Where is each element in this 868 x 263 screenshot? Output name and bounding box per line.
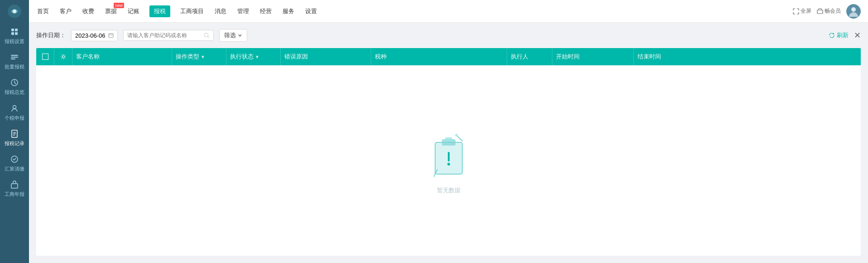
svg-point-32 [447, 163, 450, 166]
sort-icon-exec[interactable]: ▼ [255, 54, 259, 59]
sidebar-label-geshuishenbao: 个税申报 [5, 115, 24, 121]
geshuishenbao-icon [9, 103, 20, 114]
svg-point-10 [13, 105, 16, 108]
sidebar-label-baoshuijilu: 报税记录 [5, 141, 24, 146]
sidebar-item-baoshuizonglan[interactable]: 报税总览 [0, 73, 29, 99]
select-all-checkbox[interactable] [42, 54, 48, 60]
th-operation-type: 操作类型 ▼ [172, 48, 226, 65]
close-button[interactable]: ✕ [854, 31, 861, 39]
nav-shoufei[interactable]: 收费 [82, 5, 95, 17]
sort-icon-operation[interactable]: ▼ [201, 54, 205, 59]
svg-line-25 [207, 36, 209, 38]
empty-illustration [422, 127, 476, 181]
nav-xiaoxi[interactable]: 消息 [214, 5, 227, 17]
svg-point-36 [433, 175, 435, 177]
th-exec-status: 执行状态 ▼ [226, 48, 281, 65]
nav-jizhang[interactable]: 记账 [127, 5, 140, 17]
search-box[interactable] [123, 30, 214, 41]
svg-point-34 [455, 134, 458, 136]
sidebar-item-baoshuijilu[interactable]: 报税记录 [0, 125, 29, 150]
nav-guanli[interactable]: 管理 [236, 5, 250, 17]
svg-rect-8 [11, 58, 15, 59]
svg-rect-6 [11, 55, 18, 56]
th-error-reason: 错误原因 [281, 48, 371, 65]
th-end-time: 结束时间 [634, 48, 688, 65]
nav-items: 首页 客户 收费 票据 new 记账 报税 工商项目 消息 管理 经营 服务 设… [36, 5, 793, 17]
fullscreen-button[interactable]: 全屏 [793, 7, 811, 15]
data-table: 客户名称 操作类型 ▼ 执行状态 ▼ 错误原因 税种 执行人 [36, 48, 861, 256]
new-badge: new [114, 3, 124, 8]
date-label: 操作日期： [36, 31, 66, 39]
sidebar-label-baoshuishezhi: 报税设置 [5, 39, 24, 44]
sidebar-item-huisuanjiaona[interactable]: 汇算清缴 [0, 150, 29, 175]
sidebar-label-baoshuizonglan: 报税总览 [5, 89, 24, 95]
sidebar-item-baoshuishezhi[interactable]: 报税设置 [0, 23, 29, 48]
th-executor: 执行人 [507, 48, 552, 65]
top-navigation: 首页 客户 收费 票据 new 记账 报税 工商项目 消息 管理 经营 服务 设… [29, 0, 868, 23]
svg-rect-20 [109, 34, 113, 38]
gongshangnianb-icon [9, 179, 20, 190]
svg-point-24 [204, 33, 208, 37]
member-button[interactable]: 畅会员 [817, 7, 841, 15]
nav-piao[interactable]: 票据 new [104, 5, 118, 17]
date-value: 2023-06-06 [75, 32, 106, 39]
svg-rect-16 [11, 184, 18, 188]
refresh-label: 刷新 [837, 31, 849, 39]
sidebar: 报税设置 批量报税 报税总览 个税申报 [0, 0, 29, 263]
gear-icon [60, 54, 67, 60]
nav-jingying[interactable]: 经营 [259, 5, 273, 17]
sidebar-item-geshuishenbao[interactable]: 个税申报 [0, 99, 29, 125]
svg-rect-30 [445, 137, 452, 142]
date-picker[interactable]: 2023-06-06 [71, 30, 118, 41]
sidebar-label-gongshangnianb: 工商年报 [5, 191, 24, 197]
empty-text: 暂无数据 [437, 186, 460, 195]
huisuanjiaona-icon [9, 154, 20, 165]
toolbar-right: 刷新 ✕ [829, 31, 861, 39]
th-tax-type: 税种 [371, 48, 507, 65]
baoshuijilu-icon [9, 128, 20, 139]
nav-shouye[interactable]: 首页 [36, 5, 50, 17]
sidebar-label-piliangbaoshui: 批量报税 [5, 64, 24, 70]
app-logo [0, 0, 29, 23]
sidebar-item-gongshangnianb[interactable]: 工商年报 [0, 175, 29, 201]
svg-rect-2 [11, 29, 14, 31]
nav-right: 全屏 畅会员 [793, 4, 861, 19]
th-checkbox[interactable] [36, 48, 54, 65]
baoshuizonglan-icon [9, 77, 20, 88]
nav-kehu[interactable]: 客户 [59, 5, 72, 17]
svg-point-1 [13, 10, 16, 13]
sidebar-label-huisuanjiaona: 汇算清缴 [5, 166, 24, 172]
content-area: 操作日期： 2023-06-06 筛选 [29, 23, 868, 263]
filter-button[interactable]: 筛选 [219, 29, 247, 42]
table-header: 客户名称 操作类型 ▼ 执行状态 ▼ 错误原因 税种 执行人 [36, 48, 861, 65]
svg-point-26 [62, 56, 64, 58]
svg-point-19 [851, 7, 856, 12]
th-start-time: 开始时间 [552, 48, 634, 65]
search-input[interactable] [127, 32, 202, 39]
svg-rect-4 [11, 32, 14, 35]
svg-line-33 [457, 136, 462, 141]
nav-baoshui[interactable]: 报税 [149, 5, 170, 17]
empty-state: 暂无数据 [36, 65, 861, 256]
svg-rect-3 [15, 29, 18, 31]
svg-rect-5 [15, 32, 18, 35]
th-settings[interactable] [54, 48, 72, 65]
user-avatar[interactable] [846, 4, 861, 19]
piliangbaoshui-icon [9, 52, 20, 63]
nav-fuwu[interactable]: 服务 [282, 5, 295, 17]
nav-shezhi[interactable]: 设置 [304, 5, 318, 17]
svg-rect-17 [817, 10, 823, 14]
svg-rect-7 [11, 57, 18, 58]
main-area: 首页 客户 收费 票据 new 记账 报税 工商项目 消息 管理 经营 服务 设… [29, 0, 868, 263]
filter-label: 筛选 [224, 31, 236, 39]
sidebar-item-piliangbaoshui[interactable]: 批量报税 [0, 48, 29, 73]
baoshuishezhi-icon [9, 26, 20, 37]
nav-gongshangxiangmu[interactable]: 工商项目 [179, 5, 205, 17]
th-customer-name: 客户名称 [72, 48, 172, 65]
refresh-button[interactable]: 刷新 [829, 31, 849, 39]
toolbar: 操作日期： 2023-06-06 筛选 [29, 23, 868, 48]
